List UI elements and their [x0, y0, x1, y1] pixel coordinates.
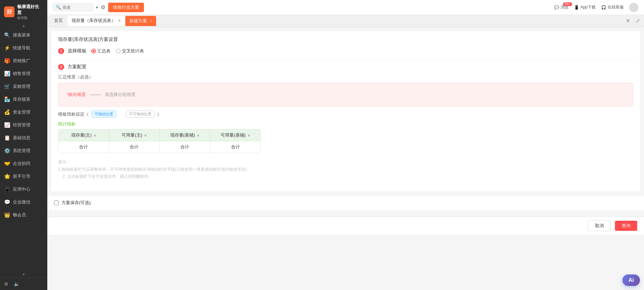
section-config: 2 方案配置 汇总维度（必选） *纵向维度 —— 请选择分组维度 模板指标设定（	[58, 64, 633, 180]
clipboard-icon: 📋	[4, 135, 10, 141]
crown-icon: 👑	[4, 212, 10, 218]
sidebar-nav: 🔍 搜索菜单 ⚡ 快捷导航 🎁 营销推广 📊 销售管理 🛒 采购管理 🏪 库存核…	[0, 29, 47, 271]
indicator-settings: 模板指标设定（ 可拖动位置 不可拖动位置 ） 统计指标 现存量(主)	[58, 111, 633, 153]
sidebar-item-label: 应用中心	[13, 186, 30, 192]
sidebar-item-wechat[interactable]: 💬 企业微信	[0, 196, 47, 209]
stats-col-0-body: 合计	[58, 141, 109, 153]
sidebar-item-purchase[interactable]: 🛒 采购管理	[0, 80, 47, 93]
app-download-button[interactable]: 📱 App下载	[574, 4, 596, 10]
window-close-btn[interactable]: ✕	[624, 17, 631, 25]
sidebar-footer: ⚙ 🔈	[0, 277, 47, 290]
radio-summary-label: 汇总表	[97, 48, 110, 54]
section1-num: 1	[58, 48, 64, 54]
save-label: 方案保存(可选)	[61, 200, 91, 206]
chevron-down-icon: ▾	[96, 5, 98, 10]
app-logo-icon: 好	[4, 6, 15, 17]
sidebar-item-member[interactable]: 👑 畅会员	[0, 209, 47, 221]
stats-col-2-header[interactable]: 现存量(基辅) ∨	[160, 129, 210, 141]
radio-cross-label: 交叉统计表	[122, 48, 144, 54]
dimension-area[interactable]: *纵向维度 —— 请选择分组维度	[58, 83, 633, 106]
dimension-hint: 请选择分组维度	[105, 92, 135, 98]
sidebar-item-label: 销售管理	[13, 71, 30, 77]
radio-summary-dot	[93, 50, 95, 52]
tips-title: 提示：	[58, 160, 70, 164]
sidebar-item-inventory[interactable]: 🏪 库存核算	[0, 93, 47, 106]
sound-footer-btn[interactable]: 🔈	[14, 281, 20, 287]
query-button[interactable]: 查询	[615, 221, 637, 231]
sidebar-item-label: 资金管理	[13, 109, 30, 115]
sidebar-item-marketing[interactable]: 🎁 营销推广	[0, 54, 47, 67]
section1-header: 1 选择模板 汇总表 交叉统计表	[58, 48, 633, 54]
dimension-required-label: *纵向维度	[67, 92, 86, 98]
mobile-icon: 📱	[4, 186, 10, 192]
sidebar-item-guide[interactable]: 🌟 新手引导	[0, 170, 47, 183]
tab-inventory-close[interactable]: ×	[118, 18, 121, 23]
topbar-left: 🔍 ▾ ⚙ 体验行业方案	[53, 3, 144, 12]
radio-summary-table[interactable]: 汇总表	[91, 48, 110, 54]
stats-col-2: 现存量(基辅) ∨ 合计	[160, 129, 210, 153]
topbar-gear-icon[interactable]: ⚙	[101, 4, 105, 10]
tabbar: 首页 现存量（库存状况表） × 新建方案 × ✕ ⤢	[47, 15, 644, 27]
chevron-down-icon-2: ∨	[197, 134, 199, 137]
tip-0: 1.拖动标题栏可以调整布局，不可跨维度或指标区域拖动栏目字段(只能在同一维度或指…	[58, 166, 633, 173]
trial-button[interactable]: 体验行业方案	[108, 3, 144, 12]
tab-new-plan[interactable]: 新建方案 ×	[125, 16, 156, 26]
cancel-button[interactable]: 取消	[588, 220, 611, 231]
radio-cross-table[interactable]: 交叉统计表	[116, 48, 144, 54]
topbar-search-box[interactable]: 🔍	[53, 3, 93, 11]
radio-cross-circle	[116, 49, 121, 53]
star-icon: 🌟	[4, 173, 10, 179]
ai-button[interactable]: Ai	[622, 274, 640, 286]
tab-home[interactable]: 首页	[50, 16, 67, 26]
sidebar-item-search[interactable]: 🔍 搜索菜单	[0, 29, 47, 42]
sidebar-item-finance[interactable]: 💰 资金管理	[0, 106, 47, 119]
avatar	[629, 3, 639, 12]
search-icon: 🔍	[4, 32, 10, 38]
messages-button[interactable]: 💬 消息 99+	[554, 4, 569, 10]
window-expand-btn[interactable]: ⤢	[634, 17, 641, 25]
sidebar-item-basic[interactable]: 📋 基础信息	[0, 131, 47, 144]
search-input[interactable]	[63, 5, 90, 10]
sidebar-item-quicknav[interactable]: ⚡ 快捷导航	[0, 42, 47, 54]
sidebar-item-management[interactable]: 📈 经营管理	[0, 119, 47, 131]
sidebar-item-label: 库存核算	[13, 96, 30, 102]
sidebar-item-label: 搜索菜单	[13, 32, 30, 38]
sidebar-scroll-down[interactable]: ▼	[0, 271, 47, 277]
sidebar-item-label: 基础信息	[13, 135, 30, 141]
stats-col-1-header[interactable]: 可用量(主) ∨	[109, 129, 159, 141]
stats-col-0-header[interactable]: 现存量(主) ∨	[58, 129, 109, 141]
section-divider-1	[58, 59, 633, 60]
tab-new-plan-close[interactable]: ×	[150, 19, 152, 23]
sidebar-item-cooperation[interactable]: 🤝 企业协同	[0, 157, 47, 170]
save-checkbox[interactable]	[54, 200, 59, 205]
stats-col-0-label: 现存量(主)	[71, 132, 92, 138]
sidebar-item-label: 企业协同	[13, 161, 30, 167]
tab-new-plan-label: 新建方案	[129, 18, 147, 24]
phone-icon: 📱	[574, 5, 579, 10]
stats-table-header: 现存量(主) ∨ 合计 可用量(主) ∨ 合计	[58, 129, 261, 153]
main-area: 🔍 ▾ ⚙ 体验行业方案 💬 消息 99+ 📱 App下载 🎧 在线客服	[47, 0, 644, 290]
sidebar-item-sales[interactable]: 📊 销售管理	[0, 67, 47, 80]
app-download-label: App下载	[580, 4, 596, 10]
sidebar-item-system[interactable]: ⚙️ 系统管理	[0, 144, 47, 157]
chevron-down-icon-3: ∨	[248, 134, 250, 137]
online-service-button[interactable]: 🎧 在线客服	[601, 4, 624, 10]
sidebar-item-label: 畅会员	[13, 212, 26, 218]
sidebar-item-label: 新手引导	[13, 173, 30, 179]
cart-icon: 🛒	[4, 83, 10, 90]
sidebar-item-appcenter[interactable]: 📱 应用中心	[0, 183, 47, 196]
stats-col-1: 可用量(主) ∨ 合计	[109, 129, 160, 153]
section2-num: 2	[58, 64, 64, 70]
topbar-dropdown[interactable]: ▾	[96, 5, 98, 10]
stats-col-2-label: 现存量(基辅)	[170, 132, 195, 138]
store-icon: 🏪	[4, 96, 10, 102]
handshake-icon: 🤝	[4, 161, 10, 167]
sidebar-item-label: 采购管理	[13, 83, 30, 90]
tab-inventory[interactable]: 现存量（库存状况表） ×	[68, 16, 125, 26]
stats-col-3-header[interactable]: 可用量(基辅) ∨	[210, 129, 261, 141]
messages-badge: 99+	[563, 2, 572, 6]
indicator-settings-text: 模板指标设定（	[58, 111, 89, 117]
settings-footer-btn[interactable]: ⚙	[4, 281, 8, 287]
user-avatar[interactable]	[629, 3, 639, 12]
sidebar-scroll-up[interactable]: ▲	[0, 23, 47, 29]
